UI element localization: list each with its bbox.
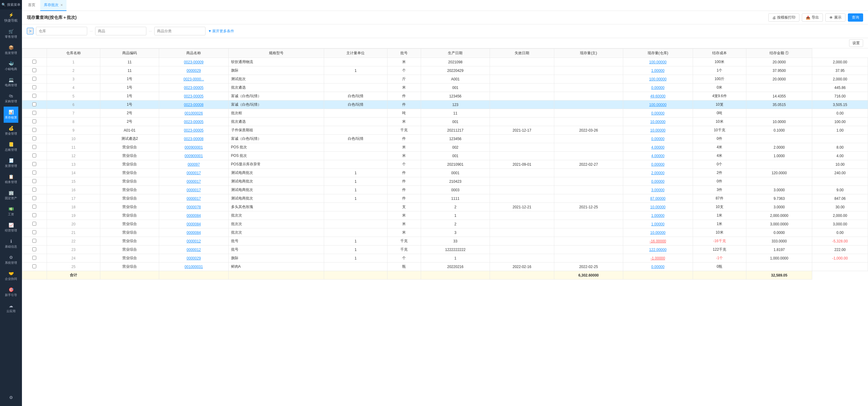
row-checkbox-13[interactable]	[32, 171, 36, 174]
cell-16-3: 0000017	[159, 194, 228, 203]
sidebar-label-6: 资金管理	[5, 132, 17, 136]
row-checkbox-18[interactable]	[32, 213, 36, 217]
sidebar-item-14[interactable]: ⚙系统管理	[4, 252, 18, 268]
tab-close-icon[interactable]: ✕	[60, 3, 63, 7]
row-checkbox-20[interactable]	[32, 230, 36, 234]
row-checkbox-15[interactable]	[32, 188, 36, 192]
row-checkbox-2[interactable]	[32, 77, 36, 81]
sidebar-item-0[interactable]: 🛒零售管理	[4, 26, 18, 42]
row-checkbox-21[interactable]	[32, 239, 36, 243]
cell-16-0[interactable]	[22, 194, 47, 203]
goods-input[interactable]	[95, 27, 146, 35]
cell-2-7: A001	[421, 75, 490, 83]
cell-12-0[interactable]	[22, 160, 47, 169]
cell-19-0[interactable]	[22, 220, 47, 229]
cell-14-0[interactable]	[22, 177, 47, 186]
row-checkbox-24[interactable]	[32, 264, 36, 268]
row-checkbox-14[interactable]	[32, 179, 36, 183]
sidebar-item-11[interactable]: 💵工资	[4, 203, 18, 219]
row-checkbox-11[interactable]	[32, 154, 36, 158]
sidebar-item-15[interactable]: 🤝企业协同	[4, 268, 18, 284]
sidebar-label-5: 库存核算	[5, 115, 17, 120]
cell-24-12	[746, 263, 812, 271]
query-button[interactable]: 查询	[848, 13, 863, 22]
row-checkbox-0[interactable]	[32, 60, 36, 64]
cell-21-0[interactable]	[22, 237, 47, 245]
sidebar-item-3[interactable]: 💻电商管理	[4, 74, 18, 91]
row-checkbox-16[interactable]	[32, 196, 36, 200]
sidebar-item-13[interactable]: ℹ基础信息	[4, 236, 18, 252]
cell-7-0[interactable]	[22, 117, 47, 126]
row-checkbox-9[interactable]	[32, 136, 36, 140]
tab-home[interactable]: 首页	[24, 0, 39, 11]
cell-9-0[interactable]	[22, 135, 47, 143]
sidebar-item-9[interactable]: 📋税务管理	[4, 171, 18, 187]
settings-button[interactable]: 设置	[849, 39, 863, 47]
cell-6-11: 0吨	[693, 109, 746, 117]
warehouse-input[interactable]	[36, 27, 87, 35]
sidebar-item-16[interactable]: 🎯新手引导	[4, 284, 18, 300]
cell-23-8	[490, 254, 554, 263]
cell-4-0[interactable]	[22, 92, 47, 101]
cell-19-5	[324, 220, 388, 229]
display-button[interactable]: 👁 展示	[825, 13, 845, 22]
row-checkbox-7[interactable]	[32, 120, 36, 123]
cell-2-6: 斤	[387, 75, 421, 83]
cell-0-0[interactable]	[22, 58, 47, 66]
sidebar-settings[interactable]: ⚙	[8, 392, 14, 403]
filter-arrow-button[interactable]: >	[27, 28, 34, 34]
sidebar-item-6[interactable]: 💰资金管理	[4, 123, 18, 139]
row-checkbox-3[interactable]	[32, 85, 36, 89]
cell-3-0[interactable]	[22, 83, 47, 92]
cell-23-0[interactable]	[22, 254, 47, 263]
export-button[interactable]: 📤 导出	[802, 13, 823, 22]
sidebar-item-12[interactable]: 📈经营管理	[4, 219, 18, 236]
sidebar-search[interactable]: 🔍 搜索菜单	[0, 0, 22, 9]
cell-1-0[interactable]	[22, 66, 47, 75]
row-checkbox-12[interactable]	[32, 162, 36, 166]
sidebar-item-7[interactable]: 📒总账管理	[4, 139, 18, 155]
cell-6-0[interactable]	[22, 109, 47, 117]
cell-11-0[interactable]	[22, 152, 47, 160]
sidebar-label-4: 采购管理	[5, 99, 17, 104]
cell-5-0[interactable]	[22, 101, 47, 109]
row-checkbox-4[interactable]	[32, 94, 36, 98]
cell-22-0[interactable]	[22, 245, 47, 254]
sidebar-item-10[interactable]: 🏢固定资产	[4, 187, 18, 203]
row-checkbox-6[interactable]	[32, 111, 36, 115]
cell-1-13: 37.95	[812, 66, 868, 75]
filter-expand[interactable]: ▼ 展开更多条件	[208, 29, 234, 34]
row-checkbox-5[interactable]	[32, 102, 36, 106]
sidebar-item-2[interactable]: 🐳小鲸电商	[4, 58, 18, 74]
tab-inventory-batch[interactable]: 库存批次 ✕	[40, 0, 66, 11]
goods-category-input[interactable]	[154, 27, 206, 35]
sidebar-item-quick-nav[interactable]: ⚡ 快捷导航	[0, 9, 22, 26]
cell-17-8: 2021-12-21	[490, 203, 554, 211]
row-checkbox-22[interactable]	[32, 247, 36, 251]
row-checkbox-19[interactable]	[32, 222, 36, 226]
cell-10-0[interactable]	[22, 143, 47, 152]
row-checkbox-10[interactable]	[32, 145, 36, 149]
sidebar-item-5[interactable]: 📊库存核算	[4, 107, 18, 123]
cell-20-0[interactable]	[22, 229, 47, 237]
row-checkbox-23[interactable]	[32, 256, 36, 260]
table-container[interactable]: 仓库名称商品编码商品名称规格型号主计量单位批号生产日期失效日期现存量(主)现存量…	[22, 48, 868, 406]
row-checkbox-1[interactable]	[32, 68, 36, 72]
cell-17-0[interactable]	[22, 203, 47, 211]
cell-18-0[interactable]	[22, 211, 47, 220]
row-checkbox-8[interactable]	[32, 128, 36, 132]
sidebar-label-7: 总账管理	[5, 148, 17, 152]
filter-divider-2: ···	[149, 29, 152, 33]
sidebar-item-1[interactable]: 📦批发管理	[4, 42, 18, 58]
table-header: 仓库名称商品编码商品名称规格型号主计量单位批号生产日期失效日期现存量(主)现存量…	[22, 49, 868, 58]
cell-8-0[interactable]	[22, 126, 47, 135]
sidebar-item-17[interactable]: ☁云应用	[4, 300, 18, 316]
row-checkbox-17[interactable]	[32, 205, 36, 209]
cell-13-0[interactable]	[22, 169, 47, 177]
sidebar-item-4[interactable]: 🛍采购管理	[4, 91, 18, 107]
cell-2-0[interactable]	[22, 75, 47, 83]
cell-15-0[interactable]	[22, 186, 47, 194]
cell-24-0[interactable]	[22, 263, 47, 271]
print-button[interactable]: 🖨 按模板打印	[768, 13, 799, 22]
sidebar-item-8[interactable]: 🧾发票管理	[4, 155, 18, 171]
